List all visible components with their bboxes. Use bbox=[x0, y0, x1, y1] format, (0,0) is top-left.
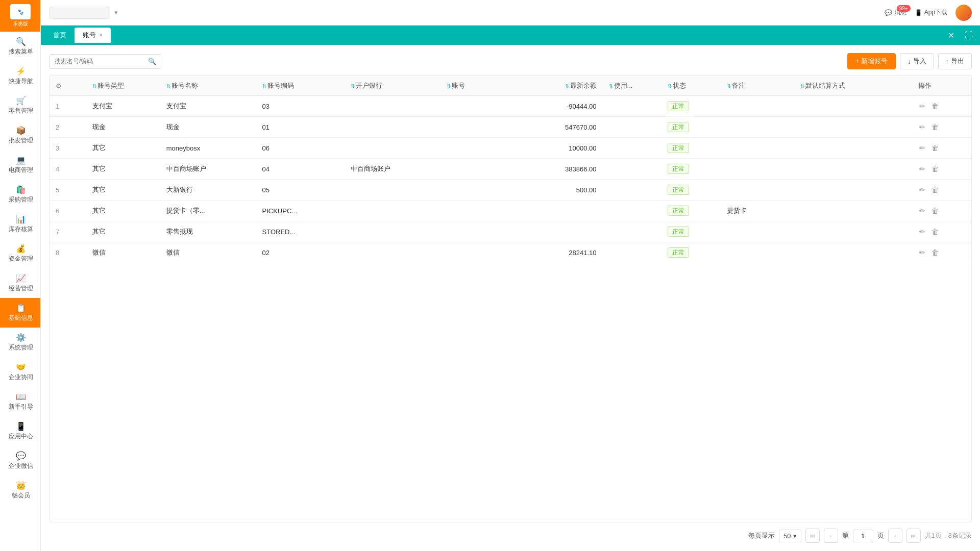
page-input[interactable] bbox=[853, 530, 873, 542]
tabbar-minus-btn[interactable]: ✕ bbox=[945, 30, 958, 41]
user-avatar[interactable] bbox=[955, 5, 972, 21]
status-badge-4: 正常 bbox=[668, 185, 689, 195]
cell-num-4: 5 bbox=[50, 180, 86, 201]
status-badge-3: 正常 bbox=[668, 164, 689, 174]
sidebar-item-purchase[interactable]: 🛍️ 采购管理 bbox=[0, 180, 40, 209]
table-body: 1 支付宝 支付宝 03 -90444.00 正常 ✏ 🗑 2 现金 现金 01 bbox=[50, 96, 971, 263]
status-badge-7: 正常 bbox=[668, 247, 689, 258]
col-header-name[interactable]: ⇅账号名称 bbox=[160, 76, 256, 96]
col-header-usage[interactable]: ⇅使用... bbox=[603, 76, 662, 96]
cell-type-1: 现金 bbox=[86, 117, 160, 138]
search-input[interactable] bbox=[50, 55, 144, 68]
delete-btn-3[interactable]: 🗑 bbox=[930, 164, 940, 174]
purchase-icon: 🛍️ bbox=[16, 185, 26, 194]
col-header-status[interactable]: ⇅状态 bbox=[662, 76, 721, 96]
col-header-type[interactable]: ⇅账号类型 bbox=[86, 76, 160, 96]
export-button[interactable]: ↑ 导出 bbox=[938, 53, 972, 69]
sidebar-item-wholesale[interactable]: 📦 批发管理 bbox=[0, 120, 40, 150]
tabbar-expand-btn[interactable]: ⛶ bbox=[962, 30, 976, 41]
import-button[interactable]: ↓ 导入 bbox=[900, 53, 934, 69]
operations-label: 经营管理 bbox=[9, 284, 33, 293]
sidebar-item-enterprise-wechat[interactable]: 💬 企业微信 bbox=[0, 446, 40, 475]
topbar-left: ▾ bbox=[49, 7, 118, 19]
cell-account-2 bbox=[440, 138, 514, 159]
per-page-select[interactable]: 50 ▾ bbox=[779, 530, 801, 542]
cell-type-2: 其它 bbox=[86, 138, 160, 159]
col-header-bank[interactable]: ⇅开户银行 bbox=[345, 76, 440, 96]
sidebar: 🐾 乐惠版 🔍 搜索菜单 ⚡ 快捷导航 🛒 零售管理 📦 批发管理 💻 电商管理… bbox=[0, 0, 41, 551]
edit-btn-7[interactable]: ✏ bbox=[918, 247, 926, 258]
cell-remark-6 bbox=[721, 221, 794, 242]
cell-name-2: moneybosx bbox=[160, 138, 256, 159]
status-badge-6: 正常 bbox=[668, 227, 689, 237]
col-header-balance[interactable]: ⇅最新余额 bbox=[514, 76, 602, 96]
topbar-search-dropdown[interactable]: ▾ bbox=[114, 9, 118, 16]
search-button[interactable]: 🔍 bbox=[144, 55, 161, 68]
page-last-btn[interactable]: ⏭ bbox=[906, 529, 921, 543]
cell-balance-5 bbox=[514, 201, 602, 221]
edit-btn-1[interactable]: ✏ bbox=[918, 122, 926, 132]
delete-btn-1[interactable]: 🗑 bbox=[930, 122, 940, 132]
tab-home[interactable]: 首页 bbox=[45, 28, 75, 43]
col-header-settings[interactable]: ⚙ bbox=[50, 76, 86, 96]
message-button[interactable]: 💬 消息 99+ bbox=[885, 8, 906, 17]
table-row: 2 现金 现金 01 547670.00 正常 ✏ 🗑 bbox=[50, 117, 971, 138]
topbar-search-input[interactable] bbox=[49, 7, 110, 19]
cell-bank-0 bbox=[345, 96, 440, 117]
sidebar-item-app-center[interactable]: 📱 应用中心 bbox=[0, 416, 40, 446]
cell-type-0: 支付宝 bbox=[86, 96, 160, 117]
delete-btn-2[interactable]: 🗑 bbox=[930, 143, 940, 153]
cell-account-5 bbox=[440, 201, 514, 221]
sidebar-item-basic-info[interactable]: 📋 基础信息 bbox=[0, 298, 40, 328]
sidebar-item-retail[interactable]: 🛒 零售管理 bbox=[0, 91, 40, 120]
cell-code-0: 03 bbox=[256, 96, 345, 117]
app-center-label: 应用中心 bbox=[9, 432, 33, 441]
page-prev-btn[interactable]: ‹ bbox=[824, 529, 838, 543]
sidebar-item-inventory[interactable]: 📊 库存核算 bbox=[0, 209, 40, 239]
cell-remark-7 bbox=[721, 242, 794, 263]
app-label: App下载 bbox=[924, 8, 947, 17]
tab-account[interactable]: 账号 × bbox=[75, 28, 111, 43]
sidebar-item-system[interactable]: ⚙️ 系统管理 bbox=[0, 328, 40, 357]
sidebar-item-quick-nav[interactable]: ⚡ 快捷导航 bbox=[0, 61, 40, 91]
table-row: 8 微信 微信 02 28241.10 正常 ✏ 🗑 bbox=[50, 242, 971, 263]
cell-bank-1 bbox=[345, 117, 440, 138]
col-header-remark[interactable]: ⇅备注 bbox=[721, 76, 794, 96]
delete-btn-5[interactable]: 🗑 bbox=[930, 206, 940, 216]
col-header-default[interactable]: ⇅默认结算方式 bbox=[794, 76, 912, 96]
sidebar-item-enterprise-agreement[interactable]: 🤝 企业协同 bbox=[0, 357, 40, 387]
edit-btn-6[interactable]: ✏ bbox=[918, 227, 926, 237]
export-label: 导出 bbox=[951, 57, 964, 66]
delete-btn-6[interactable]: 🗑 bbox=[930, 227, 940, 237]
col-header-code[interactable]: ⇅账号编码 bbox=[256, 76, 345, 96]
page-first-btn[interactable]: ⏮ bbox=[805, 529, 820, 543]
edit-btn-5[interactable]: ✏ bbox=[918, 206, 926, 216]
edit-btn-4[interactable]: ✏ bbox=[918, 185, 926, 195]
edit-btn-0[interactable]: ✏ bbox=[918, 101, 926, 111]
new-account-button[interactable]: + 新增账号 bbox=[847, 53, 896, 69]
retail-icon: 🛒 bbox=[16, 96, 26, 106]
sidebar-item-search-menu[interactable]: 🔍 搜索菜单 bbox=[0, 32, 40, 61]
sidebar-item-guide[interactable]: 📖 新手引导 bbox=[0, 387, 40, 416]
delete-btn-7[interactable]: 🗑 bbox=[930, 247, 940, 258]
tab-close-icon[interactable]: × bbox=[99, 32, 103, 38]
action-btns-5: ✏ 🗑 bbox=[918, 206, 965, 216]
page-next-btn[interactable]: › bbox=[888, 529, 902, 543]
sidebar-item-ecommerce[interactable]: 💻 电商管理 bbox=[0, 150, 40, 180]
cell-default-6 bbox=[794, 221, 912, 242]
sidebar-item-operations[interactable]: 📈 经营管理 bbox=[0, 268, 40, 298]
edit-btn-2[interactable]: ✏ bbox=[918, 143, 926, 153]
edit-btn-3[interactable]: ✏ bbox=[918, 164, 926, 174]
table-row: 5 其它 大新银行 05 500.00 正常 ✏ 🗑 bbox=[50, 180, 971, 201]
delete-btn-4[interactable]: 🗑 bbox=[930, 185, 940, 195]
cell-remark-4 bbox=[721, 180, 794, 201]
cell-remark-0 bbox=[721, 96, 794, 117]
app-download-button[interactable]: 📱 App下载 bbox=[915, 8, 947, 17]
sidebar-item-finance[interactable]: 💰 资金管理 bbox=[0, 239, 40, 268]
operations-icon: 📈 bbox=[16, 273, 26, 283]
delete-btn-0[interactable]: 🗑 bbox=[930, 101, 940, 111]
col-header-account[interactable]: ⇅账号 bbox=[440, 76, 514, 96]
cell-name-5: 提货卡（零... bbox=[160, 201, 256, 221]
cell-name-1: 现金 bbox=[160, 117, 256, 138]
sidebar-item-vip[interactable]: 👑 畅会员 bbox=[0, 475, 40, 505]
